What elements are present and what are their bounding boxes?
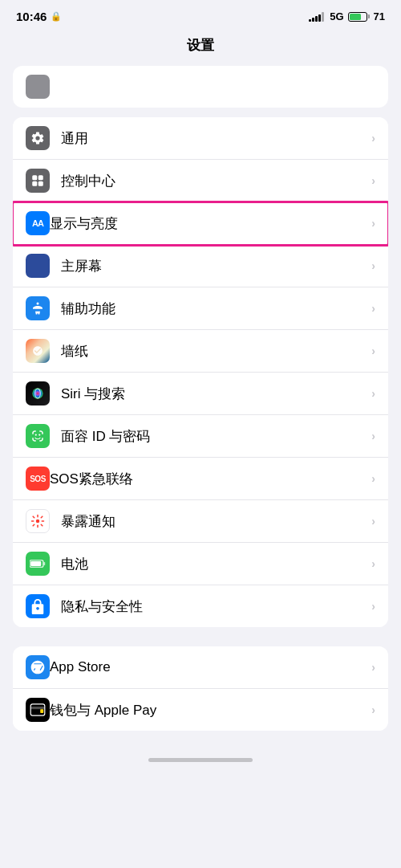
settings-item-homescreen[interactable]: 主屏幕 › xyxy=(13,245,388,287)
settings-item-privacy[interactable]: 隐私与安全性 › xyxy=(13,585,388,627)
item-label-appstore: App Store xyxy=(50,659,371,675)
siri-icon xyxy=(26,381,50,405)
chevron-appstore: › xyxy=(371,661,375,674)
item-label-wallet: 钱包与 Apple Pay xyxy=(50,701,371,719)
sos-icon: SOS xyxy=(26,467,50,491)
lock-icon: 🔒 xyxy=(51,11,62,22)
chevron-general: › xyxy=(371,132,375,145)
svg-rect-1 xyxy=(38,175,43,180)
chevron-battery: › xyxy=(371,557,375,570)
settings-item-siri[interactable]: Siri 与搜索 › xyxy=(13,373,388,415)
settings-item-wallet[interactable]: 钱包与 Apple Pay › xyxy=(13,689,388,731)
svg-rect-22 xyxy=(30,707,45,709)
chevron-faceid: › xyxy=(371,430,375,442)
wallet-icon xyxy=(26,698,50,722)
settings-item-exposure[interactable]: 暴露通知 › xyxy=(13,500,388,543)
settings-item-control-center[interactable]: 控制中心 › xyxy=(13,160,388,202)
homescreen-icon xyxy=(26,254,50,278)
status-time: 10:46 xyxy=(16,10,47,23)
svg-rect-20 xyxy=(43,562,45,565)
settings-item-accessibility[interactable]: 辅助功能 › xyxy=(13,287,388,330)
page-header: 设置 xyxy=(0,30,401,66)
item-label-wallpaper: 墙纸 xyxy=(61,342,371,361)
item-label-exposure: 暴露通知 xyxy=(61,512,371,531)
chevron-siri: › xyxy=(371,387,375,400)
svg-point-5 xyxy=(32,388,43,398)
settings-item-wallpaper[interactable]: 墙纸 › xyxy=(13,330,388,373)
partial-item xyxy=(13,66,388,108)
settings-item-faceid[interactable]: 面容 ID 与密码 › xyxy=(13,415,388,458)
svg-line-14 xyxy=(33,516,34,518)
svg-rect-23 xyxy=(40,709,43,713)
settings-item-sos[interactable]: SOS SOS紧急联络 › xyxy=(13,458,388,500)
battery-icon xyxy=(348,12,370,22)
chevron-display: › xyxy=(371,217,375,230)
item-label-siri: Siri 与搜索 xyxy=(61,385,371,403)
svg-point-4 xyxy=(37,303,39,305)
chevron-privacy: › xyxy=(371,600,375,613)
item-label-battery: 电池 xyxy=(61,555,371,573)
appstore-icon xyxy=(26,655,50,679)
settings-section-2: App Store › 钱包与 Apple Pay › xyxy=(13,646,388,731)
privacy-icon xyxy=(26,594,50,618)
signal-bars xyxy=(309,12,324,22)
settings-section-1: 通用 › 控制中心 › AA 显示与亮度 › xyxy=(13,117,388,627)
svg-line-15 xyxy=(41,524,43,526)
chevron-accessibility: › xyxy=(371,302,375,315)
item-label-accessibility: 辅助功能 xyxy=(61,300,371,318)
battery-setting-icon xyxy=(26,552,50,576)
item-label-general: 通用 xyxy=(61,129,371,148)
svg-rect-3 xyxy=(38,181,43,186)
item-label-display: 显示与亮度 xyxy=(50,214,371,233)
svg-point-9 xyxy=(36,520,40,524)
svg-rect-0 xyxy=(32,175,37,180)
home-indicator xyxy=(0,750,401,766)
item-label-privacy: 隐私与安全性 xyxy=(61,597,371,616)
settings-item-display[interactable]: AA 显示与亮度 › xyxy=(13,202,388,245)
chevron-homescreen: › xyxy=(371,259,375,272)
network-type: 5G xyxy=(330,10,343,22)
item-label-sos: SOS紧急联络 xyxy=(50,470,371,488)
svg-line-16 xyxy=(41,516,43,518)
battery-percent: 71 xyxy=(374,10,385,22)
partial-section xyxy=(13,66,388,108)
chevron-sos: › xyxy=(371,472,375,485)
chevron-wallet: › xyxy=(371,703,375,716)
chevron-wallpaper: › xyxy=(371,344,375,357)
svg-rect-2 xyxy=(32,181,37,186)
control-center-icon xyxy=(26,169,50,193)
chevron-control: › xyxy=(371,174,375,187)
svg-rect-19 xyxy=(30,561,41,566)
aa-icon: AA xyxy=(26,211,50,235)
accessibility-icon xyxy=(26,296,50,320)
partial-icon xyxy=(26,75,50,99)
home-bar xyxy=(148,758,253,762)
faceid-icon xyxy=(26,424,50,448)
gear-icon xyxy=(26,126,50,150)
svg-point-7 xyxy=(35,434,37,435)
status-icons: 5G 71 xyxy=(309,10,385,22)
settings-item-appstore[interactable]: App Store › xyxy=(13,646,388,689)
chevron-exposure: › xyxy=(371,515,375,528)
page-title: 设置 xyxy=(187,38,214,53)
status-bar: 10:46 🔒 5G 71 xyxy=(0,0,401,30)
item-label-control: 控制中心 xyxy=(61,172,371,190)
svg-line-17 xyxy=(33,524,34,526)
settings-item-general[interactable]: 通用 › xyxy=(13,117,388,160)
svg-point-8 xyxy=(38,434,40,435)
item-label-faceid: 面容 ID 与密码 xyxy=(61,427,371,446)
exposure-icon xyxy=(26,509,50,533)
item-label-homescreen: 主屏幕 xyxy=(61,257,371,275)
wallpaper-icon xyxy=(26,339,50,363)
settings-item-battery[interactable]: 电池 › xyxy=(13,543,388,585)
